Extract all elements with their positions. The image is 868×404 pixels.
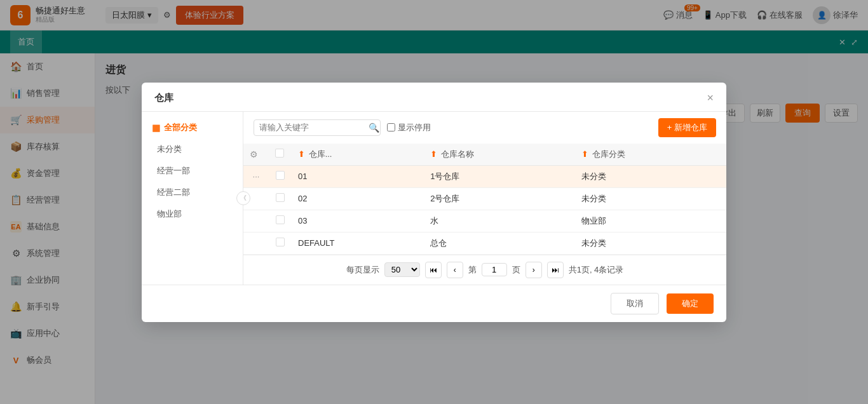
modal-overlay: 仓库 × ▦ 全部分类 未分类 经营一部 经营二部 — [0, 0, 868, 404]
row-check-cell — [269, 232, 292, 254]
next-page-button[interactable]: › — [526, 262, 542, 278]
table-row[interactable]: 02 2号仓库 未分类 — [243, 187, 726, 210]
row-checkbox[interactable] — [276, 238, 285, 246]
table-row[interactable]: ··· 01 1号仓库 未分类 — [243, 165, 726, 187]
gear-header-icon[interactable]: ⚙ — [250, 149, 258, 159]
last-page-button[interactable]: ⏭ — [547, 262, 564, 278]
category-property[interactable]: 物业部 — [142, 203, 243, 225]
row-gear-cell — [243, 210, 269, 232]
col-header-code: ⬆ 仓库... — [292, 144, 424, 166]
table-row[interactable]: DEFAULT 总仓 未分类 — [243, 232, 726, 254]
collapse-panel-button[interactable]: 《 — [236, 191, 250, 205]
row-name: 2号仓库 — [424, 187, 575, 210]
row-check-cell — [269, 165, 292, 187]
sort-icon-name: ⬆ — [430, 149, 437, 159]
row-gear-cell — [243, 232, 269, 254]
search-icon: 🔍 — [369, 123, 379, 133]
page-size-select[interactable]: 50 10 20 100 — [384, 262, 420, 277]
sort-icon-code: ⬆ — [298, 149, 305, 159]
modal-footer: 取消 确定 — [142, 285, 726, 322]
add-warehouse-button[interactable]: + 新增仓库 — [658, 118, 716, 137]
page-number-input[interactable] — [482, 263, 507, 276]
row-code: 02 — [292, 187, 424, 210]
prev-page-button[interactable]: ‹ — [447, 262, 463, 278]
row-category: 未分类 — [575, 165, 726, 187]
table-body: ··· 01 1号仓库 未分类 02 2号仓库 未分类 — [243, 165, 726, 254]
show-disabled-checkbox[interactable] — [387, 123, 395, 131]
grid-icon: ▦ — [152, 123, 160, 133]
row-name: 总仓 — [424, 232, 575, 254]
row-check-cell — [269, 187, 292, 210]
show-disabled-label: 显示停用 — [398, 122, 431, 133]
row-checkbox[interactable] — [276, 171, 285, 180]
category-ops1[interactable]: 经营一部 — [142, 160, 243, 182]
row-category: 未分类 — [575, 187, 726, 210]
row-checkbox[interactable] — [276, 193, 285, 202]
col-header-check — [269, 144, 292, 166]
search-input[interactable] — [259, 123, 366, 132]
row-category: 未分类 — [575, 232, 726, 254]
table-row[interactable]: 03 水 物业部 — [243, 210, 726, 232]
row-code: 01 — [292, 165, 424, 187]
modal-body: ▦ 全部分类 未分类 经营一部 经营二部 物业部 《 — [142, 112, 726, 285]
category-all-label: 全部分类 — [164, 122, 197, 133]
page-size-label: 每页显示 — [346, 264, 379, 276]
row-more-icon[interactable]: ··· — [253, 172, 260, 181]
cancel-button[interactable]: 取消 — [611, 293, 659, 314]
row-name: 水 — [424, 210, 575, 232]
sort-icon-category: ⬆ — [581, 149, 588, 159]
search-input-wrap: 🔍 — [254, 119, 381, 136]
category-all[interactable]: ▦ 全部分类 — [142, 117, 243, 138]
col-header-name: ⬆ 仓库名称 — [424, 144, 575, 166]
row-code: DEFAULT — [292, 232, 424, 254]
row-check-cell — [269, 210, 292, 232]
row-gear-cell: ··· — [243, 165, 269, 187]
category-panel: ▦ 全部分类 未分类 经营一部 经营二部 物业部 《 — [142, 112, 243, 285]
row-category: 物业部 — [575, 210, 726, 232]
table-panel: 🔍 显示停用 + 新增仓库 ⚙ — [243, 112, 726, 285]
modal-title: 仓库 — [154, 92, 173, 104]
table-toolbar: 🔍 显示停用 + 新增仓库 — [243, 112, 726, 144]
modal-close-button[interactable]: × — [707, 91, 714, 105]
category-unclassified[interactable]: 未分类 — [142, 138, 243, 160]
pagination-bar: 每页显示 50 10 20 100 ⏮ ‹ 第 页 › ⏭ 共1页, 4条记录 — [243, 255, 726, 285]
warehouse-table: ⚙ ⬆ 仓库... ⬆ — [243, 144, 726, 255]
col-header-category: ⬆ 仓库分类 — [575, 144, 726, 166]
table-scroll: ⚙ ⬆ 仓库... ⬆ — [243, 144, 726, 255]
row-code: 03 — [292, 210, 424, 232]
col-header-gear: ⚙ — [243, 144, 269, 166]
category-ops2[interactable]: 经营二部 — [142, 182, 243, 203]
row-checkbox[interactable] — [276, 215, 285, 224]
table-head: ⚙ ⬆ 仓库... ⬆ — [243, 144, 726, 166]
confirm-button[interactable]: 确定 — [667, 293, 714, 314]
show-disabled-wrap: 显示停用 — [387, 122, 431, 133]
warehouse-modal: 仓库 × ▦ 全部分类 未分类 经营一部 经营二部 — [142, 83, 726, 322]
header-checkbox[interactable] — [275, 149, 284, 158]
row-name: 1号仓库 — [424, 165, 575, 187]
total-info: 共1页, 4条记录 — [569, 264, 624, 276]
modal-header: 仓库 × — [142, 83, 726, 112]
first-page-button[interactable]: ⏮ — [425, 262, 442, 278]
